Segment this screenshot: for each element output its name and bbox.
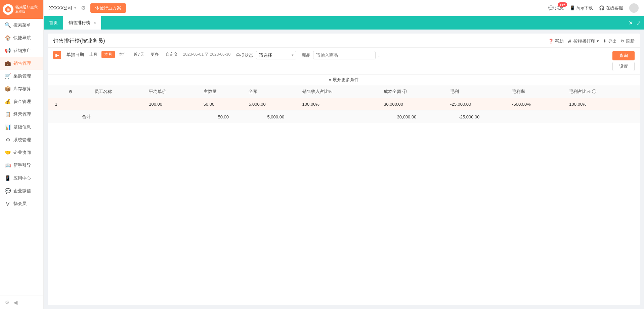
expand-conditions-btn[interactable]: ▾ 展开更多条件	[329, 77, 359, 83]
sidebar-item-13[interactable]: 💬企业微信	[0, 185, 43, 197]
date-filter-label: 单据日期	[67, 52, 84, 58]
company-name: XXXXX公司	[49, 5, 72, 11]
sidebar-icon-1: 🏠	[5, 35, 11, 41]
sidebar-label-1: 快捷导航	[13, 35, 31, 41]
status-filter-group: 单据状态 请选择	[236, 51, 296, 59]
content-area: 销售排行榜(按业务员) ❓ 帮助 🖨 按模板打印 ▾ ⬇ 导出	[44, 30, 644, 309]
sidebar-label-11: 新手引导	[13, 162, 31, 168]
sidebar-icon-7: 📋	[5, 111, 11, 117]
sidebar-item-8[interactable]: 📊基础信息	[0, 121, 43, 134]
trial-button[interactable]: 体验行业方案	[90, 3, 126, 13]
tab-bar-expand-icon[interactable]: ⤢	[636, 20, 641, 26]
settings-button[interactable]: 设置	[612, 62, 635, 71]
date-tab-上月[interactable]: 上月	[87, 51, 100, 58]
status-select[interactable]: 请选择	[256, 51, 296, 59]
sidebar-icon-12: 📱	[5, 175, 11, 181]
message-item[interactable]: 💬 消息 99+	[548, 5, 564, 11]
date-tab-近7天[interactable]: 近7天	[131, 51, 147, 58]
col-header-gross: 毛利	[446, 85, 508, 98]
sidebar-label-3: 销售管理	[13, 60, 31, 66]
refresh-icon: ↻	[621, 39, 625, 44]
goods-filter-input[interactable]	[313, 51, 376, 59]
avatar[interactable]	[629, 3, 639, 13]
app-download-item[interactable]: 📱 App下载	[570, 5, 593, 11]
cell-avg_price: 100.00	[145, 98, 199, 110]
print-btn[interactable]: 🖨 按模板打印 ▾	[568, 38, 599, 44]
online-service-item[interactable]: 🎧 在线客服	[599, 5, 623, 11]
col-header-name: 员工名称	[90, 85, 145, 98]
sidebar-item-12[interactable]: 📱应用中心	[0, 172, 43, 185]
collapse-icon[interactable]: ◀	[13, 299, 17, 306]
page-actions: ❓ 帮助 🖨 按模板打印 ▾ ⬇ 导出 ↻ 刷新	[548, 38, 635, 44]
col-header-settings: ⚙	[65, 85, 90, 98]
sidebar-icon-5: 📦	[5, 86, 11, 92]
date-tab-更多[interactable]: 更多	[148, 51, 162, 58]
sidebar-item-10[interactable]: 🤝企业协同	[0, 146, 43, 159]
app-download-icon: 📱	[570, 5, 575, 10]
sidebar-item-7[interactable]: 📋经营管理	[0, 108, 43, 121]
date-tab-本月[interactable]: 本月	[101, 51, 115, 58]
col-header-rank	[48, 85, 65, 98]
filter-toggle-btn[interactable]: ▶	[53, 51, 61, 59]
page-header: 销售排行榜(按业务员) ❓ 帮助 🖨 按模板打印 ▾ ⬇ 导出	[48, 34, 640, 48]
status-select-wrapper: 请选择	[256, 51, 296, 59]
cell-main_qty: 50.00	[200, 98, 245, 110]
sidebar-icon-11: 📖	[5, 162, 11, 168]
sidebar-icon-3: 💼	[5, 60, 11, 66]
status-filter-label: 单据状态	[236, 52, 253, 58]
cell-name	[90, 98, 145, 110]
refresh-btn[interactable]: ↻ 刷新	[621, 38, 635, 44]
expand-bar: ▾ 展开更多条件	[48, 75, 640, 85]
sidebar-item-0[interactable]: 🔍搜索菜单	[0, 19, 43, 32]
print-icon: 🖨	[568, 39, 572, 44]
svg-text:畅: 畅	[7, 8, 10, 11]
date-tab-本年[interactable]: 本年	[116, 51, 130, 58]
help-icon: ❓	[548, 39, 554, 44]
logo-icon: 畅	[3, 4, 13, 15]
col-header-gross_rate: 毛利率	[508, 85, 565, 98]
col-header-sales_pct: 销售收入占比%	[298, 85, 380, 98]
col-header-amount: 全额	[245, 85, 298, 98]
query-button[interactable]: 查询	[612, 51, 635, 60]
table-footer: 合计 50.00 5,000.00 30,000.00 -25,000.00	[48, 110, 640, 123]
company-selector[interactable]: XXXXX公司 ▾	[49, 5, 76, 11]
sidebar-item-14[interactable]: V畅会员	[0, 197, 43, 210]
sidebar-item-6[interactable]: 💰资金管理	[0, 95, 43, 108]
sidebar-icon-14: V	[5, 201, 11, 207]
date-tab-自定义[interactable]: 自定义	[163, 51, 180, 58]
sidebar-item-5[interactable]: 📦库存核算	[0, 83, 43, 95]
total-gross: -25,000.00	[455, 110, 516, 123]
help-btn[interactable]: ❓ 帮助	[548, 38, 564, 44]
tab-close-icon[interactable]: ×	[94, 21, 96, 25]
sidebar-item-2[interactable]: 📢营销推广	[0, 44, 43, 57]
sidebar-icon-8: 📊	[5, 124, 11, 130]
tab-bar-close-icon[interactable]: ✕	[629, 20, 633, 26]
sidebar-item-3[interactable]: 💼销售管理	[0, 57, 43, 70]
sidebar-icon-2: 📢	[5, 48, 11, 54]
sidebar-icon-13: 💬	[5, 188, 11, 194]
header-right: 💬 消息 99+ 📱 App下载 🎧 在线客服	[548, 3, 639, 13]
sidebar-label-12: 应用中心	[13, 175, 31, 181]
sidebar-item-9[interactable]: ⚙系统管理	[0, 134, 43, 146]
sidebar-logo: 畅 畅康通好生意 标准版	[0, 0, 43, 19]
header-settings-icon[interactable]: ⚙	[81, 5, 86, 11]
sidebar-item-11[interactable]: 📖新手引导	[0, 159, 43, 172]
print-chevron: ▾	[597, 39, 599, 44]
sidebar-label-7: 经营管理	[13, 111, 31, 117]
more-filter-indicator[interactable]: ...	[378, 53, 382, 58]
sidebar-item-4[interactable]: 🛒采购管理	[0, 70, 43, 83]
total-table: 合计 50.00 5,000.00 30,000.00 -25,000.00	[48, 110, 640, 123]
cell-cost: 30,000.00	[380, 98, 446, 110]
cell-amount: 5,000.00	[245, 98, 298, 110]
cell-settings	[65, 98, 90, 110]
sidebar-label-5: 库存核算	[13, 86, 31, 92]
tab-home[interactable]: 首页	[44, 16, 63, 30]
expand-label: 展开更多条件	[333, 77, 359, 83]
tab-sales-rank[interactable]: 销售排行榜 ×	[63, 16, 101, 30]
sidebar-label-10: 企业协同	[13, 150, 31, 156]
settings-bottom-icon[interactable]: ⚙	[5, 299, 9, 306]
sidebar-label-0: 搜索菜单	[13, 22, 31, 28]
total-label: 合计	[78, 110, 152, 123]
export-btn[interactable]: ⬇ 导出	[603, 38, 617, 44]
sidebar-item-1[interactable]: 🏠快捷导航	[0, 32, 43, 44]
